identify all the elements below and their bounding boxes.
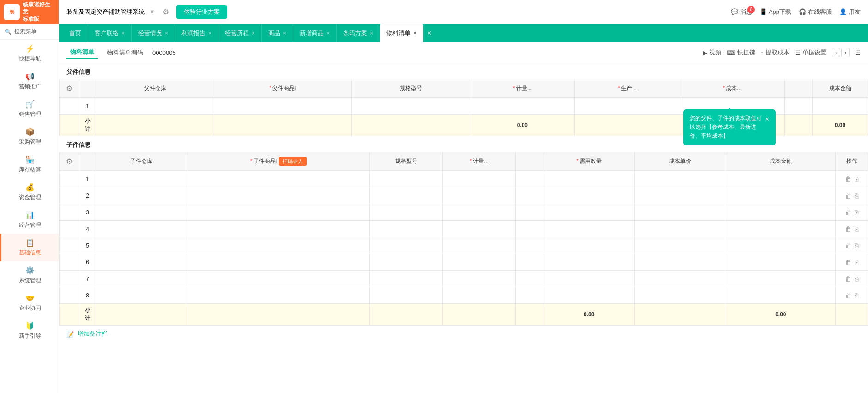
message-item[interactable]: 💬 消息 6 [731, 8, 752, 16]
tab-close-new-product[interactable]: × [326, 30, 330, 36]
tab-bom[interactable]: 物料清单× [380, 24, 423, 42]
sidebar-item-operations[interactable]: 📊经营管理 [0, 206, 59, 234]
search-menu[interactable]: 🔍 搜索菜单 [0, 24, 59, 40]
tab-close-operation-status[interactable]: × [165, 30, 168, 36]
trial-button[interactable]: 体验行业方案 [176, 5, 227, 19]
sidebar-item-enterprise[interactable]: 🤝企业协同 [0, 289, 59, 317]
tab-close-products[interactable]: × [283, 30, 286, 36]
child-row2-spec[interactable] [370, 187, 443, 204]
delete-icon-1[interactable]: 🗑 [845, 175, 851, 183]
sidebar-item-sales[interactable]: 🛒销售管理 [0, 95, 59, 123]
copy-icon-3[interactable]: ⎘ [855, 209, 858, 216]
shortcut-btn[interactable]: ⌨ 快捷键 [727, 48, 755, 57]
scan-btn[interactable]: 扫码录入 [279, 157, 307, 166]
child-row5-qty[interactable] [543, 237, 635, 254]
child-row6-qty[interactable] [543, 254, 635, 271]
settings-button[interactable]: ⚙ [160, 6, 172, 17]
child-row2-product[interactable] [187, 187, 369, 204]
delete-icon-5[interactable]: 🗑 [845, 242, 851, 249]
child-row8-unit[interactable] [443, 287, 516, 304]
child-row3-product[interactable] [187, 204, 369, 221]
list-view-icon[interactable]: ☰ [855, 49, 861, 56]
sub-tab-bom-code[interactable]: 物料清单编码 [103, 47, 147, 59]
copy-icon-2[interactable]: ⎘ [855, 192, 858, 200]
child-row1-product[interactable] [187, 171, 369, 187]
add-note-label[interactable]: 增加备注栏 [78, 330, 108, 338]
child-row5-product[interactable] [187, 237, 369, 254]
delete-icon-2[interactable]: 🗑 [845, 192, 851, 200]
tab-customer[interactable]: 客户联络× [88, 24, 132, 42]
tab-profit[interactable]: 利润报告× [175, 24, 218, 42]
copy-icon-1[interactable]: ⎘ [855, 175, 858, 183]
copy-icon-7[interactable]: ⎘ [855, 275, 858, 283]
child-row4-unit-price[interactable] [635, 221, 726, 237]
tab-operation-status[interactable]: 经营情况× [132, 24, 175, 42]
child-row3-spec[interactable] [370, 204, 443, 221]
child-row8-warehouse[interactable] [96, 287, 187, 304]
sidebar-item-basic-info[interactable]: 📋基础信息 [0, 234, 59, 261]
child-row3-qty[interactable] [543, 204, 635, 221]
dropdown-icon[interactable]: ▼ [149, 8, 155, 15]
child-row7-spec[interactable] [370, 271, 443, 287]
tab-home[interactable]: 首页 [63, 24, 88, 42]
child-row4-unit[interactable] [443, 221, 516, 237]
tab-close-barcode[interactable]: × [370, 30, 373, 36]
tab-new-product[interactable]: 新增商品× [293, 24, 337, 42]
child-row3-unit-price[interactable] [635, 204, 726, 221]
child-row1-unit[interactable] [443, 171, 516, 187]
child-row4-product[interactable] [187, 221, 369, 237]
child-row1-spec[interactable] [370, 171, 443, 187]
user-item[interactable]: 👤 用友 [839, 8, 861, 16]
child-row6-unit[interactable] [443, 254, 516, 271]
sidebar-item-marketing[interactable]: 📢营销推广 [0, 67, 59, 95]
copy-icon-8[interactable]: ⎘ [855, 292, 858, 299]
child-row2-unit-price[interactable] [635, 187, 726, 204]
child-row6-spec[interactable] [370, 254, 443, 271]
single-setting-btn[interactable]: ☰ 单据设置 [795, 48, 826, 57]
child-row6-product[interactable] [187, 254, 369, 271]
sidebar-item-finance[interactable]: 💰资金管理 [0, 178, 59, 206]
sidebar-item-system[interactable]: ⚙️系统管理 [0, 261, 59, 289]
child-row7-product[interactable] [187, 271, 369, 287]
tab-close-customer[interactable]: × [121, 30, 125, 36]
parent-col-settings[interactable]: ⚙ [60, 79, 79, 98]
sidebar-item-quick-nav[interactable]: ⚡快捷导航 [0, 40, 59, 67]
child-col-gear[interactable]: ⚙ [63, 156, 75, 167]
child-row2-unit[interactable] [443, 187, 516, 204]
child-row4-spec[interactable] [370, 221, 443, 237]
child-row1-warehouse[interactable] [96, 171, 187, 187]
tab-close-bom[interactable]: × [413, 30, 416, 36]
child-row6-warehouse[interactable] [96, 254, 187, 271]
child-row1-qty[interactable] [543, 171, 635, 187]
tab-operation-history[interactable]: 经营历程× [218, 24, 262, 42]
parent-row1-warehouse[interactable] [96, 98, 214, 115]
sidebar-item-purchase[interactable]: 📦采购管理 [0, 123, 59, 151]
child-row8-unit-price[interactable] [635, 287, 726, 304]
next-btn[interactable]: › [841, 48, 850, 57]
parent-row1-unit[interactable] [470, 98, 575, 115]
child-row7-qty[interactable] [543, 271, 635, 287]
child-row6-unit-price[interactable] [635, 254, 726, 271]
delete-icon-3[interactable]: 🗑 [845, 209, 851, 216]
child-row8-product[interactable] [187, 287, 369, 304]
app-download-item[interactable]: 📱 App下载 [760, 8, 791, 16]
parent-row1-production[interactable] [575, 98, 680, 115]
parent-row1-spec[interactable] [352, 98, 470, 115]
child-row5-spec[interactable] [370, 237, 443, 254]
child-row1-unit-price[interactable] [635, 171, 726, 187]
child-row4-warehouse[interactable] [96, 221, 187, 237]
prev-btn[interactable]: ‹ [832, 48, 840, 57]
tab-bar-close[interactable]: × [427, 29, 431, 37]
copy-icon-6[interactable]: ⎘ [855, 259, 858, 266]
child-col-settings[interactable]: ⚙ [60, 152, 79, 171]
child-row7-warehouse[interactable] [96, 271, 187, 287]
child-row5-warehouse[interactable] [96, 237, 187, 254]
sidebar-item-inventory[interactable]: 🏪库存核算 [0, 151, 59, 178]
child-row2-qty[interactable] [543, 187, 635, 204]
view-btn[interactable]: ▶ 视频 [703, 48, 721, 57]
parent-col-gear[interactable]: ⚙ [63, 83, 75, 94]
child-row2-warehouse[interactable] [96, 187, 187, 204]
child-row8-spec[interactable] [370, 287, 443, 304]
tab-barcode[interactable]: 条码方案× [337, 24, 380, 42]
extract-cost-btn[interactable]: ↑ 提取成本 [761, 48, 790, 57]
